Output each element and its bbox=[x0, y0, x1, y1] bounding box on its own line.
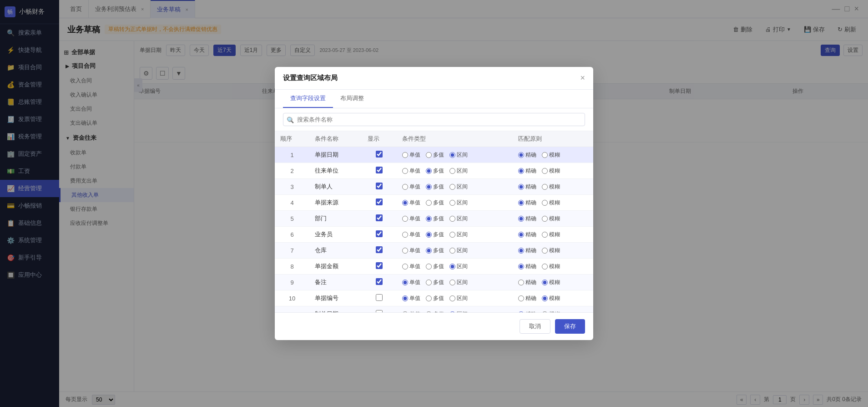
cond-type-label[interactable]: 区间 bbox=[449, 279, 468, 286]
cond-type-label[interactable]: 区间 bbox=[449, 247, 468, 254]
cond-radio-单值[interactable] bbox=[402, 168, 408, 174]
show-checkbox[interactable] bbox=[376, 262, 383, 269]
cond-type-label[interactable]: 单值 bbox=[402, 151, 420, 159]
match-radio-模糊[interactable] bbox=[542, 295, 548, 301]
cond-radio-单值[interactable] bbox=[402, 232, 408, 238]
match-radio-模糊[interactable] bbox=[542, 264, 548, 270]
cond-radio-区间[interactable] bbox=[449, 184, 455, 190]
match-label[interactable]: 模糊 bbox=[542, 215, 560, 223]
cond-radio-区间[interactable] bbox=[449, 248, 455, 254]
cond-type-label[interactable]: 区间 bbox=[449, 167, 468, 175]
match-label[interactable]: 精确 bbox=[518, 263, 536, 270]
show-checkbox[interactable] bbox=[376, 214, 383, 221]
cond-type-label[interactable]: 多值 bbox=[426, 215, 444, 223]
show-checkbox[interactable] bbox=[376, 151, 383, 158]
cond-type-label[interactable]: 多值 bbox=[426, 151, 444, 159]
dialog-tab-fields[interactable]: 查询字段设置 bbox=[283, 90, 333, 108]
match-radio-精确[interactable] bbox=[518, 152, 524, 158]
cond-type-label[interactable]: 单值 bbox=[402, 295, 420, 302]
match-radio-模糊[interactable] bbox=[542, 248, 548, 254]
match-radio-精确[interactable] bbox=[518, 200, 524, 206]
match-radio-精确[interactable] bbox=[518, 216, 524, 222]
show-checkbox[interactable] bbox=[376, 183, 383, 189]
match-label[interactable]: 模糊 bbox=[542, 183, 560, 191]
cond-type-label[interactable]: 区间 bbox=[449, 199, 468, 207]
match-radio-精确[interactable] bbox=[518, 295, 524, 301]
cond-radio-单值[interactable] bbox=[402, 216, 408, 222]
dialog-save-button[interactable]: 保存 bbox=[555, 319, 585, 334]
match-label[interactable]: 精确 bbox=[518, 183, 536, 191]
cond-type-label[interactable]: 单值 bbox=[402, 247, 420, 254]
cond-radio-多值[interactable] bbox=[426, 280, 432, 285]
show-checkbox[interactable] bbox=[376, 294, 383, 301]
match-label[interactable]: 模糊 bbox=[542, 263, 560, 270]
match-label[interactable]: 精确 bbox=[518, 167, 536, 175]
match-label[interactable]: 模糊 bbox=[542, 295, 560, 302]
match-radio-模糊[interactable] bbox=[542, 232, 548, 238]
match-label[interactable]: 模糊 bbox=[542, 167, 560, 175]
cond-type-label[interactable]: 区间 bbox=[449, 295, 468, 302]
cond-radio-区间[interactable] bbox=[449, 216, 455, 222]
cond-type-label[interactable]: 多值 bbox=[426, 199, 444, 207]
cond-radio-多值[interactable] bbox=[426, 168, 432, 174]
cond-type-label[interactable]: 单值 bbox=[402, 199, 420, 207]
cond-radio-单值[interactable] bbox=[402, 200, 408, 206]
cond-radio-多值[interactable] bbox=[426, 152, 432, 158]
cond-radio-区间[interactable] bbox=[449, 295, 455, 301]
cond-type-label[interactable]: 多值 bbox=[426, 295, 444, 302]
match-label[interactable]: 精确 bbox=[518, 279, 536, 286]
show-checkbox[interactable] bbox=[376, 198, 383, 205]
cond-type-label[interactable]: 单值 bbox=[402, 167, 420, 175]
match-radio-精确[interactable] bbox=[518, 168, 524, 174]
match-label[interactable]: 精确 bbox=[518, 247, 536, 254]
cond-type-label[interactable]: 区间 bbox=[449, 151, 468, 159]
match-radio-模糊[interactable] bbox=[542, 216, 548, 222]
cond-type-label[interactable]: 区间 bbox=[449, 215, 468, 223]
cond-radio-单值[interactable] bbox=[402, 248, 408, 254]
match-label[interactable]: 模糊 bbox=[542, 151, 560, 159]
dialog-close-button[interactable]: × bbox=[580, 73, 585, 83]
match-radio-精确[interactable] bbox=[518, 264, 524, 270]
match-radio-精确[interactable] bbox=[518, 280, 524, 285]
match-radio-模糊[interactable] bbox=[542, 184, 548, 190]
match-radio-模糊[interactable] bbox=[542, 280, 548, 285]
cond-radio-多值[interactable] bbox=[426, 264, 432, 270]
match-radio-精确[interactable] bbox=[518, 184, 524, 190]
cancel-button[interactable]: 取消 bbox=[520, 319, 550, 334]
cond-radio-多值[interactable] bbox=[426, 184, 432, 190]
match-radio-模糊[interactable] bbox=[542, 168, 548, 174]
match-label[interactable]: 精确 bbox=[518, 295, 536, 302]
cond-type-label[interactable]: 多值 bbox=[426, 231, 444, 239]
cond-type-label[interactable]: 单值 bbox=[402, 231, 420, 239]
cond-radio-区间[interactable] bbox=[449, 232, 455, 238]
cond-radio-单值[interactable] bbox=[402, 264, 408, 270]
match-label[interactable]: 精确 bbox=[518, 199, 536, 207]
match-label[interactable]: 模糊 bbox=[542, 231, 560, 239]
cond-radio-区间[interactable] bbox=[449, 280, 455, 285]
cond-radio-单值[interactable] bbox=[402, 295, 408, 301]
dialog-tab-layout[interactable]: 布局调整 bbox=[333, 90, 371, 108]
match-label[interactable]: 精确 bbox=[518, 151, 536, 159]
match-radio-模糊[interactable] bbox=[542, 200, 548, 206]
show-checkbox[interactable] bbox=[376, 167, 383, 173]
cond-type-label[interactable]: 单值 bbox=[402, 263, 420, 270]
cond-radio-单值[interactable] bbox=[402, 152, 408, 158]
match-label[interactable]: 精确 bbox=[518, 231, 536, 239]
show-checkbox[interactable] bbox=[376, 278, 383, 285]
cond-type-label[interactable]: 单值 bbox=[402, 279, 420, 286]
cond-type-label[interactable]: 多值 bbox=[426, 167, 444, 175]
cond-radio-多值[interactable] bbox=[426, 200, 432, 206]
match-radio-精确[interactable] bbox=[518, 248, 524, 254]
cond-radio-多值[interactable] bbox=[426, 295, 432, 301]
cond-radio-单值[interactable] bbox=[402, 280, 408, 285]
cond-type-label[interactable]: 多值 bbox=[426, 247, 444, 254]
cond-radio-多值[interactable] bbox=[426, 248, 432, 254]
match-radio-精确[interactable] bbox=[518, 232, 524, 238]
cond-radio-区间[interactable] bbox=[449, 264, 455, 270]
cond-radio-区间[interactable] bbox=[449, 152, 455, 158]
cond-radio-多值[interactable] bbox=[426, 216, 432, 222]
cond-type-label[interactable]: 区间 bbox=[449, 183, 468, 191]
cond-radio-区间[interactable] bbox=[449, 168, 455, 174]
cond-radio-区间[interactable] bbox=[449, 200, 455, 206]
match-label[interactable]: 模糊 bbox=[542, 199, 560, 207]
